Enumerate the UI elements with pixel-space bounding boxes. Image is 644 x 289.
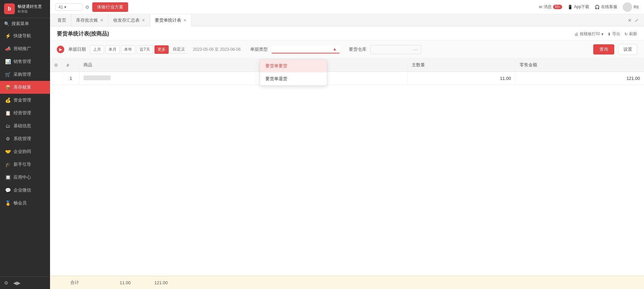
logo-text: 畅捷通好生意 标准版 <box>18 4 42 14</box>
sidebar-item-marketing[interactable]: 📣 营销推广 <box>0 42 50 55</box>
service-icon: 🎧 <box>595 5 600 9</box>
col-product: 商品 <box>79 59 256 72</box>
tab-home[interactable]: 首页 <box>53 14 71 26</box>
service-btn[interactable]: 🎧 在线客服 <box>595 4 617 10</box>
sidebar-item-enterprise[interactable]: 🤝 企业协同 <box>0 145 50 158</box>
print-btn[interactable]: 🖨 按模板打印 ▾ <box>574 31 603 37</box>
row-settings <box>50 72 63 85</box>
export-btn[interactable]: ⬇ 导出 <box>607 31 620 37</box>
app-download-icon: 📱 <box>568 5 573 9</box>
sidebar-item-wechat[interactable]: 💬 企业微信 <box>0 184 50 197</box>
sidebar-item-guide[interactable]: 🎓 新手引导 <box>0 158 50 171</box>
sidebar-item-label: 企业微信 <box>14 187 31 193</box>
trial-btn[interactable]: 体验行业方案 <box>92 2 128 12</box>
settings-btn[interactable]: 设置 <box>618 44 637 55</box>
refresh-btn[interactable]: ↻ 刷新 <box>624 31 637 37</box>
sidebar-item-label: 系统管理 <box>14 136 31 142</box>
sidebar-item-membership[interactable]: 🏅 畅会员 <box>0 197 50 209</box>
sidebar-item-operations[interactable]: 📋 经营管理 <box>0 107 50 119</box>
app-download-btn[interactable]: 📱 App下载 <box>568 4 589 10</box>
date-range-buttons: 上月 本月 本年 近7天 更多 自定义 <box>90 45 188 54</box>
date-btn-this-year[interactable]: 本年 <box>121 45 135 54</box>
type-filter-select[interactable]: ▲ <box>272 46 339 53</box>
sidebar-item-label: 基础信息 <box>14 123 31 129</box>
collapse-footer-btn[interactable]: ◀▶ <box>13 280 21 286</box>
sidebar-item-system[interactable]: ⚙ 系统管理 <box>0 132 50 145</box>
tab-receivable-summary[interactable]: 收发存汇总表 ✕ <box>109 14 150 26</box>
sidebar-footer: ⚙ ◀▶ <box>0 276 50 289</box>
company-value: 41 <box>58 5 63 9</box>
settings-footer-btn[interactable]: ⚙ <box>4 280 8 286</box>
date-btn-custom[interactable]: 自定义 <box>170 45 188 53</box>
messages-btn[interactable]: ✉ 消息 99+ <box>539 4 562 10</box>
page-header: 要货单统计表(按商品) 🖨 按模板打印 ▾ ⬇ 导出 ↻ 刷新 <box>50 26 644 41</box>
type-filter-dropdown: 要货单要货 要货单退货 <box>260 59 327 86</box>
col-amount: 零售金额 <box>515 59 644 72</box>
filter-expand-btn[interactable]: ▶ <box>57 46 64 53</box>
col-index: # <box>63 59 79 72</box>
type-filter-input[interactable] <box>275 47 333 52</box>
table-header-row: ⚙ # 商品 主计量单位 主数量 零售金额 <box>50 59 644 72</box>
search-icon: 🔍 <box>4 21 9 26</box>
sidebar-item-label: 畅会员 <box>14 200 27 206</box>
system-icon: ⚙ <box>5 136 11 141</box>
footer-quantity: 11.00 <box>120 280 131 285</box>
sidebar: b 畅捷通好生意 标准版 🔍 搜索菜单 ⚡ 快捷导航 📣 营销推广 📊 销售管理… <box>0 0 50 289</box>
export-icon: ⬇ <box>607 32 611 37</box>
tab-order-stats[interactable]: 要货单统计表 ✕ <box>150 14 192 26</box>
sidebar-search[interactable]: 🔍 搜索菜单 <box>0 18 50 29</box>
table-row: 1 块 11.00 121.00 <box>50 72 644 85</box>
tab-inventory-batch-label: 库存批次账 <box>76 17 98 23</box>
sidebar-item-purchase[interactable]: 🛒 采购管理 <box>0 68 50 81</box>
main-container: 41 ▾ ⚙ 体验行业方案 ✉ 消息 99+ 📱 App下载 🎧 在线客服 R <box>50 0 644 289</box>
tab-inventory-batch[interactable]: 库存批次账 ✕ <box>71 14 109 26</box>
footer-amount: 121.00 <box>154 280 168 285</box>
footer-total-label: 合计 <box>70 280 79 286</box>
warehouse-more-icon[interactable]: ⋯ <box>413 46 418 53</box>
tabs-close-all-icon[interactable]: ✕ <box>628 18 632 23</box>
dropdown-option-yaohuodantuihuo[interactable]: 要货单退货 <box>260 72 327 85</box>
sidebar-item-inventory[interactable]: 📦 库存核算 <box>0 81 50 94</box>
topbar: 41 ▾ ⚙ 体验行业方案 ✉ 消息 99+ 📱 App下载 🎧 在线客服 R <box>50 0 644 14</box>
row-amount: 121.00 <box>515 72 644 85</box>
warehouse-filter-label: 要货仓库 <box>349 46 366 52</box>
tab-receivable-summary-close[interactable]: ✕ <box>142 18 145 23</box>
query-btn[interactable]: 查询 <box>593 44 614 54</box>
tabs-expand-icon[interactable]: ⤢ <box>635 18 639 23</box>
col-settings[interactable]: ⚙ <box>50 59 63 72</box>
date-btn-last-month[interactable]: 上月 <box>90 45 104 54</box>
sidebar-item-sales[interactable]: 📊 销售管理 <box>0 55 50 68</box>
sidebar-item-basics[interactable]: 🗂 基础信息 <box>0 119 50 132</box>
date-btn-this-month[interactable]: 本月 <box>105 45 120 54</box>
date-range-value: 2023-05-06 至 2023-06-06 <box>193 47 241 52</box>
sidebar-logo: b 畅捷通好生意 标准版 <box>0 0 50 18</box>
topbar-gear-icon[interactable]: ⚙ <box>85 4 90 10</box>
user-profile[interactable]: Rit <box>623 2 639 12</box>
tab-order-stats-close[interactable]: ✕ <box>183 18 187 23</box>
data-table: ⚙ # 商品 主计量单位 主数量 零售金额 <box>50 59 644 85</box>
type-filter-arrow-icon[interactable]: ▲ <box>333 47 337 51</box>
date-btn-last-7-days[interactable]: 近7天 <box>137 45 153 54</box>
marketing-icon: 📣 <box>5 46 11 51</box>
sidebar-item-app-center[interactable]: 🔲 应用中心 <box>0 171 50 184</box>
messages-icon: ✉ <box>539 5 542 9</box>
sidebar-item-quick-nav[interactable]: ⚡ 快捷导航 <box>0 29 50 42</box>
membership-icon: 🏅 <box>5 200 11 206</box>
warehouse-filter-select[interactable]: ⋯ <box>371 45 421 54</box>
topbar-right: ✉ 消息 99+ 📱 App下载 🎧 在线客服 Rit <box>539 2 639 12</box>
sidebar-item-label: 采购管理 <box>14 71 31 77</box>
sidebar-nav: ⚡ 快捷导航 📣 营销推广 📊 销售管理 🛒 采购管理 📦 库存核算 💰 资金管… <box>0 29 50 276</box>
tabs-bar: 首页 库存批次账 ✕ 收发存汇总表 ✕ 要货单统计表 ✕ ✕ ⤢ <box>50 14 644 26</box>
date-btn-more[interactable]: 更多 <box>154 45 169 54</box>
dropdown-option-yaohuodanyaohuo[interactable]: 要货单要货 <box>260 60 327 72</box>
company-selector[interactable]: 41 ▾ <box>55 3 82 11</box>
messages-badge: 99+ <box>553 5 562 9</box>
tab-inventory-batch-close[interactable]: ✕ <box>100 18 103 23</box>
enterprise-icon: 🤝 <box>5 149 11 154</box>
row-product <box>79 72 256 85</box>
sidebar-item-label: 销售管理 <box>14 59 31 65</box>
row-index: 1 <box>63 72 79 85</box>
app-center-icon: 🔲 <box>5 175 11 180</box>
sidebar-item-finance[interactable]: 💰 资金管理 <box>0 94 50 107</box>
selector-chevron-icon: ▾ <box>64 5 66 9</box>
